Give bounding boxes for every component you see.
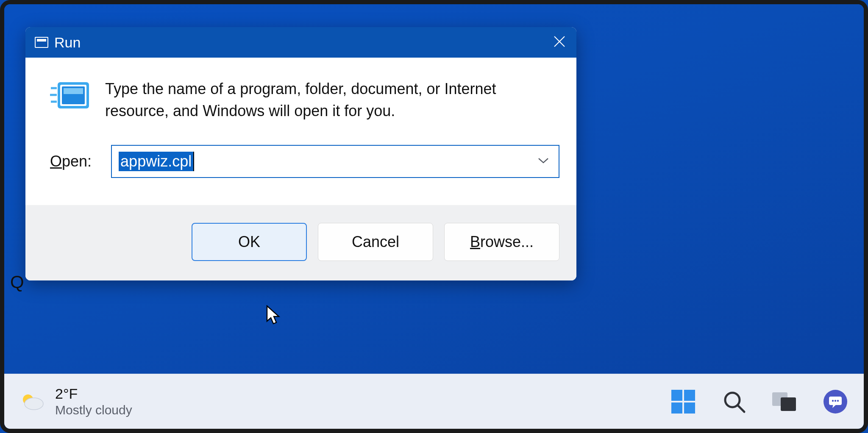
open-label: Open:: [50, 153, 92, 170]
chat-icon[interactable]: [822, 389, 849, 415]
svg-point-26: [832, 400, 834, 401]
browse-button[interactable]: Browse...: [444, 223, 559, 261]
weather-condition: Mostly cloudy: [55, 403, 132, 417]
taskbar[interactable]: 2°F Mostly cloudy: [4, 374, 864, 429]
svg-rect-11: [64, 88, 83, 94]
svg-rect-15: [671, 390, 682, 401]
open-combobox[interactable]: appwiz.cpl: [111, 145, 559, 178]
svg-rect-22: [781, 397, 796, 411]
svg-rect-18: [684, 402, 695, 414]
svg-rect-2: [37, 39, 46, 42]
ok-button[interactable]: OK: [192, 223, 307, 261]
task-view-icon[interactable]: [771, 390, 798, 414]
window-title: Run: [54, 34, 546, 51]
run-app-icon: [50, 80, 91, 114]
titlebar[interactable]: Run: [25, 27, 576, 58]
close-icon: [553, 35, 566, 50]
open-input-value[interactable]: appwiz.cpl: [119, 152, 193, 171]
weather-temperature: 2°F: [55, 386, 132, 402]
svg-rect-16: [684, 390, 695, 401]
close-button[interactable]: [546, 31, 573, 54]
svg-point-14: [25, 398, 43, 410]
chevron-down-icon[interactable]: [537, 157, 549, 166]
stray-glyph: Q: [10, 272, 24, 292]
weather-text: 2°F Mostly cloudy: [55, 386, 132, 417]
start-button[interactable]: [670, 388, 697, 415]
taskbar-right: [670, 388, 849, 415]
dialog-body: Type the name of a program, folder, docu…: [25, 58, 576, 205]
weather-icon: [19, 391, 46, 412]
run-titlebar-icon: [35, 37, 48, 48]
run-dialog: Run: [25, 27, 576, 280]
dialog-footer: OK Cancel Browse...: [25, 205, 576, 280]
dialog-description: Type the name of a program, folder, docu…: [105, 78, 504, 122]
weather-widget[interactable]: 2°F Mostly cloudy: [19, 386, 132, 417]
svg-line-20: [738, 405, 744, 412]
svg-point-27: [835, 400, 836, 401]
search-icon[interactable]: [721, 389, 747, 414]
svg-rect-17: [671, 402, 682, 414]
cancel-button[interactable]: Cancel: [318, 223, 433, 261]
svg-point-28: [837, 400, 839, 401]
